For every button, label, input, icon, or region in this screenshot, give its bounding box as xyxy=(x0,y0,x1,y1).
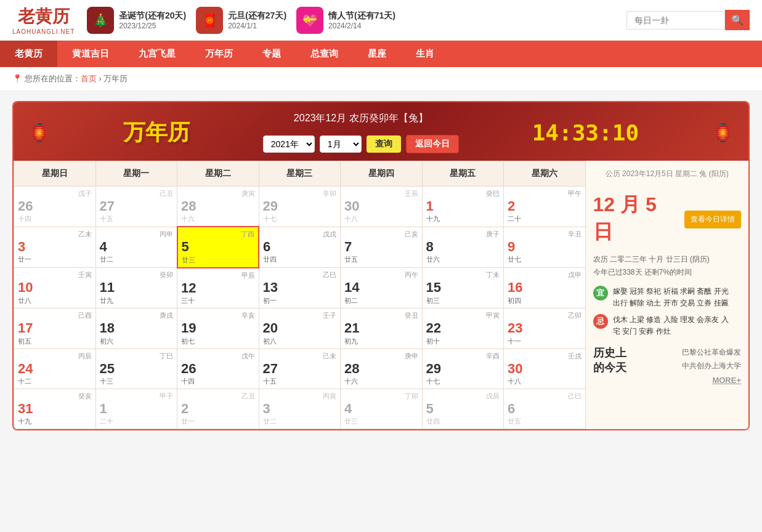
day-cell[interactable]: 丁卯 4 廿三 xyxy=(341,389,423,429)
holiday-date: 2023/12/25 xyxy=(119,22,186,30)
day-cell[interactable]: 壬戌 30 十八 xyxy=(504,349,586,389)
day-cell[interactable]: 甲午 2 二十 xyxy=(504,187,586,227)
day-cell[interactable]: 辛卯 29 十七 xyxy=(259,187,341,227)
more-link[interactable]: MORE+ xyxy=(712,376,741,385)
day-cell[interactable]: 庚寅 28 十六 xyxy=(177,187,259,227)
year-select[interactable]: 1900年1901年1902年1903年1904年1905年1906年1907年… xyxy=(263,135,315,153)
day-lunar: 初三 xyxy=(426,296,500,305)
day-cell[interactable]: 丁未 15 初三 xyxy=(422,268,504,308)
nav-item-生肖[interactable]: 生肖 xyxy=(401,41,449,67)
day-cell[interactable]: 辛丑 9 廿七 xyxy=(504,227,586,267)
day-cell[interactable]: 甲子 1 二十 xyxy=(95,389,177,429)
nav-item-专题[interactable]: 专题 xyxy=(248,41,296,67)
day-cell[interactable]: 乙卯 23 十一 xyxy=(504,308,586,349)
day-lunar: 十一 xyxy=(508,337,582,346)
day-number: 28 xyxy=(181,198,255,214)
day-cell[interactable]: 戊申 16 初四 xyxy=(504,268,586,308)
day-lunar: 初十 xyxy=(426,337,500,346)
holiday-text: 情人节(还有71天) 2024/2/14 xyxy=(328,10,395,30)
day-cell[interactable]: 己丑 27 十五 xyxy=(95,187,177,227)
month-select[interactable]: 1月2月3月4月5月6月7月8月9月10月11月12月 xyxy=(320,135,362,153)
weekday-header: 星期六 xyxy=(504,161,586,187)
day-cell[interactable]: 壬辰 30 十八 xyxy=(341,187,423,227)
day-number: 10 xyxy=(18,280,92,296)
nav-item-黄道吉日[interactable]: 黄道吉日 xyxy=(57,41,124,67)
day-number: 5 xyxy=(426,401,500,417)
day-number: 16 xyxy=(508,280,582,296)
day-cell[interactable]: 戊子 26 十四 xyxy=(14,187,96,227)
day-stem: 甲子 xyxy=(100,392,174,401)
day-stem: 己巳 xyxy=(508,392,582,401)
day-cell[interactable]: 甲寅 22 初十 xyxy=(422,308,504,349)
day-stem: 壬辰 xyxy=(344,189,418,198)
day-cell[interactable]: 丙辰 24 十二 xyxy=(14,349,96,389)
day-cell[interactable]: 甲辰 12 三十 xyxy=(177,268,259,308)
search-button[interactable]: 🔍 xyxy=(725,10,750,30)
day-cell[interactable]: 丙午 14 初二 xyxy=(341,268,423,308)
side-date-header: 12 月 5 日 查看今日详情 xyxy=(593,191,742,248)
day-cell[interactable]: 丙申 4 廿二 xyxy=(95,227,177,267)
view-today-btn[interactable]: 查看今日详情 xyxy=(684,211,741,228)
day-stem: 辛酉 xyxy=(426,352,500,361)
day-cell[interactable]: 乙丑 2 廿一 xyxy=(177,389,259,429)
nav-item-九宫飞星[interactable]: 九宫飞星 xyxy=(124,41,190,67)
day-cell[interactable]: 庚子 8 廿六 xyxy=(422,227,504,267)
nav-item-老黄历[interactable]: 老黄历 xyxy=(0,41,57,67)
day-cell[interactable]: 己巳 6 廿五 xyxy=(504,389,586,429)
day-stem: 甲辰 xyxy=(181,271,255,280)
nav-item-总查询[interactable]: 总查询 xyxy=(296,41,353,67)
day-cell[interactable]: 丁巳 25 十三 xyxy=(95,349,177,389)
day-number: 17 xyxy=(18,320,92,336)
day-stem: 辛亥 xyxy=(181,311,255,320)
day-cell[interactable]: 癸卯 11 廿九 xyxy=(95,268,177,308)
day-cell[interactable]: 己酉 17 初五 xyxy=(14,308,96,349)
day-cell[interactable]: 庚申 28 十六 xyxy=(341,349,423,389)
weekday-header: 星期一 xyxy=(95,161,177,187)
day-cell[interactable]: 癸巳 1 十九 xyxy=(422,187,504,227)
yi-text: 嫁娶 冠笄 祭祀 祈福 求嗣 斋醮 开光出行 解除 动土 开市 交易 立券 挂匾 xyxy=(613,286,729,309)
today-button[interactable]: 返回今日 xyxy=(406,135,459,153)
day-cell[interactable]: 壬子 20 初八 xyxy=(259,308,341,349)
day-cell[interactable]: 己亥 7 廿五 xyxy=(341,227,423,267)
breadcrumb-home[interactable]: 首页 xyxy=(81,74,97,83)
day-cell[interactable]: 戊辰 5 廿四 xyxy=(422,389,504,429)
day-cell[interactable]: 丁酉 5 廿三 xyxy=(177,227,259,267)
day-lunar: 廿五 xyxy=(344,255,418,264)
day-stem: 甲寅 xyxy=(426,311,500,320)
search-area: 🔍 xyxy=(626,10,750,30)
calendar-container: 🏮 万年历 2023年12月 农历癸卯年【兔】 1900年1901年1902年1… xyxy=(12,101,750,430)
day-number: 26 xyxy=(18,198,92,214)
day-cell[interactable]: 乙未 3 廿一 xyxy=(14,227,96,267)
day-cell[interactable]: 戊戌 6 廿四 xyxy=(259,227,341,267)
day-cell[interactable]: 壬寅 10 廿八 xyxy=(14,268,96,308)
day-number: 3 xyxy=(18,239,92,255)
day-stem: 壬寅 xyxy=(18,270,92,280)
search-input[interactable] xyxy=(626,11,725,30)
side-lunar-info: 农历 二零二三年 十月 廿三日 (阴历) 今年已过338天 还剩7%的时间 xyxy=(593,253,742,280)
day-lunar: 初四 xyxy=(508,296,582,305)
day-cell[interactable]: 乙巳 13 初一 xyxy=(259,268,341,308)
day-number: 2 xyxy=(181,401,255,417)
day-cell[interactable]: 丙寅 3 廿二 xyxy=(259,389,341,429)
day-stem: 乙未 xyxy=(18,230,92,239)
day-cell[interactable]: 己未 27 十五 xyxy=(259,349,341,389)
day-cell[interactable]: 辛亥 19 初七 xyxy=(177,308,259,349)
header: 老黄历 LAOHUANGLI.NET 🎄 圣诞节(还有20天) 2023/12/… xyxy=(0,0,762,41)
day-lunar: 十八 xyxy=(344,214,418,224)
day-cell[interactable]: 癸亥 31 十九 xyxy=(14,389,96,429)
day-number: 18 xyxy=(100,320,174,336)
day-cell[interactable]: 戊午 26 十四 xyxy=(177,349,259,389)
nav-item-万年历[interactable]: 万年历 xyxy=(190,41,248,67)
day-stem: 庚子 xyxy=(426,230,500,239)
side-panel-header: 公历 2023年12月5日 星期二 兔 (阳历) xyxy=(585,161,748,187)
nav-item-星座[interactable]: 星座 xyxy=(353,41,401,67)
day-stem: 癸丑 xyxy=(344,311,418,320)
day-number: 29 xyxy=(426,361,500,377)
day-number: 23 xyxy=(508,320,582,336)
day-stem: 己亥 xyxy=(344,230,418,239)
day-cell[interactable]: 辛酉 29 十七 xyxy=(422,349,504,389)
query-button[interactable]: 查询 xyxy=(367,135,401,153)
day-cell[interactable]: 癸丑 21 初九 xyxy=(341,308,423,349)
day-number: 29 xyxy=(263,198,337,214)
day-cell[interactable]: 庚戌 18 初六 xyxy=(95,308,177,349)
